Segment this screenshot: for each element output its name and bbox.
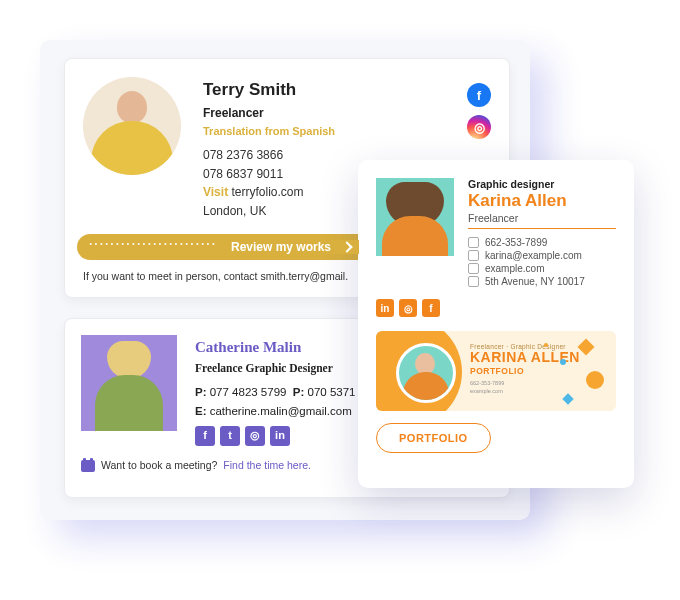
- person-tag: Graphic designer: [468, 178, 616, 190]
- decoration-icon: [586, 371, 604, 389]
- decoration-icon: [544, 343, 548, 347]
- decoration-icon: [560, 359, 566, 365]
- booking-link[interactable]: Find the time here.: [223, 459, 311, 471]
- calendar-icon: [81, 458, 95, 472]
- pin-icon: [468, 276, 479, 287]
- person-name: Terry Smith: [203, 77, 491, 103]
- person-role: Freelancer: [468, 212, 616, 224]
- phone-line: 662-353-7899: [468, 237, 616, 248]
- banner-portfolio: PORTFOLIO: [470, 367, 580, 376]
- chevron-right-icon: [341, 242, 352, 253]
- instagram-icon[interactable]: ◎: [467, 115, 491, 139]
- instagram-icon[interactable]: ◎: [399, 299, 417, 317]
- phone-icon: [468, 237, 479, 248]
- portfolio-button[interactable]: PORTFOLIO: [376, 423, 491, 453]
- linkedin-icon[interactable]: in: [270, 426, 290, 446]
- facebook-icon[interactable]: f: [422, 299, 440, 317]
- avatar: [81, 335, 177, 431]
- address-line: 5th Avenue, NY 10017: [468, 276, 616, 287]
- divider: [468, 228, 616, 229]
- website: terryfolio.com: [231, 185, 303, 199]
- signature-card-karina: Graphic designer Karina Allen Freelancer…: [358, 160, 634, 488]
- person-name: Karina Allen: [468, 191, 616, 211]
- avatar: [376, 178, 454, 256]
- email-line: karina@example.com: [468, 250, 616, 261]
- portfolio-banner[interactable]: Freelancer · Graphic Designer KARINA ALL…: [376, 331, 616, 411]
- twitter-icon[interactable]: t: [220, 426, 240, 446]
- globe-icon: [468, 263, 479, 274]
- facebook-icon[interactable]: f: [195, 426, 215, 446]
- review-works-label: Review my works: [223, 240, 339, 254]
- decoration-icon: [578, 339, 595, 356]
- linkedin-icon[interactable]: in: [376, 299, 394, 317]
- banner-avatar: [396, 343, 456, 403]
- avatar: [83, 77, 181, 175]
- facebook-icon[interactable]: f: [467, 83, 491, 107]
- booking-text: Want to book a meeting?: [101, 459, 217, 471]
- person-tagline: Translation from Spanish: [203, 123, 491, 140]
- mail-icon: [468, 250, 479, 261]
- instagram-icon[interactable]: ◎: [245, 426, 265, 446]
- visit-label: Visit: [203, 185, 228, 199]
- banner-contact: 662-353-7899example.com: [470, 380, 580, 395]
- person-role: Freelancer: [203, 104, 491, 123]
- site-line[interactable]: example.com: [468, 263, 616, 274]
